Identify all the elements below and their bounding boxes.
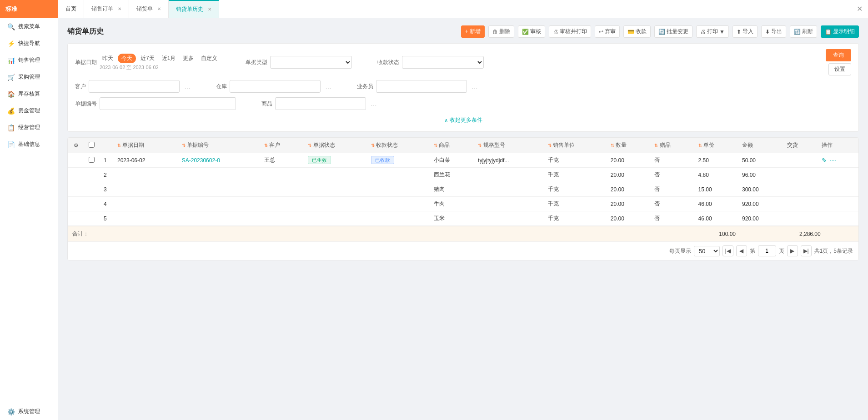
tab-sales-order-label: 销售订单: [91, 5, 113, 13]
row-doc-status: [303, 197, 366, 211]
last7-btn[interactable]: 近7天: [138, 54, 157, 63]
tab-close-sales-order[interactable]: ✕: [118, 6, 121, 11]
more-action-icon[interactable]: ⋯: [830, 157, 836, 164]
collapse-button[interactable]: ∧ 收起更多条件: [75, 115, 851, 126]
yesterday-btn[interactable]: 昨天: [100, 54, 116, 63]
tab-sales-history[interactable]: 销货单历史 ✕: [169, 0, 219, 18]
last-page-button[interactable]: ▶|: [801, 245, 812, 256]
col-gift[interactable]: ⇅ 赠品: [650, 138, 693, 153]
query-button[interactable]: 查询: [826, 49, 851, 61]
row-unit: 千克: [543, 211, 606, 226]
refresh-button[interactable]: 🔃 刷新: [790, 25, 817, 38]
sidebar-item-basic-info[interactable]: 📄 基础信息: [0, 136, 58, 153]
col-goods[interactable]: ⇅ 商品: [429, 138, 474, 153]
col-settings[interactable]: ⚙: [68, 138, 84, 153]
row-actions: [817, 211, 858, 226]
page-suffix: 页: [779, 247, 784, 255]
custom-btn[interactable]: 自定义: [198, 54, 220, 63]
customer-input[interactable]: [89, 80, 180, 93]
audit-print-button[interactable]: 🖨 审核并打印: [549, 25, 591, 38]
col-spec[interactable]: ⇅ 规格型号: [473, 138, 543, 153]
trash-icon: 🗑: [492, 29, 498, 35]
col-doc-number[interactable]: ⇅ 单据编号: [177, 138, 260, 153]
collect-button[interactable]: 💳 收款: [623, 25, 651, 38]
first-page-button[interactable]: |◀: [722, 245, 733, 256]
sidebar-item-sys-mgmt[interactable]: ⚙️ 系统管理: [0, 403, 58, 420]
next-page-button[interactable]: ▶: [787, 245, 798, 256]
row-checkbox[interactable]: [89, 157, 95, 163]
data-table: ⚙ ⇅ 单据日期 ⇅ 单据编号: [68, 138, 858, 226]
sidebar-item-search-menu[interactable]: 🔍 搜索菜单: [0, 18, 58, 35]
tab-home[interactable]: 首页: [58, 0, 84, 18]
page-size-label: 每页显示: [669, 247, 691, 255]
more-btn[interactable]: 更多: [180, 54, 196, 63]
audit-button[interactable]: ✅ 审核: [518, 25, 545, 38]
row-checkbox-cell[interactable]: [84, 153, 99, 168]
import-button[interactable]: ⬆ 导入: [733, 25, 758, 38]
print-button[interactable]: 🖨 打印 ▼: [696, 25, 729, 38]
export-button[interactable]: ⬇ 导出: [761, 25, 786, 38]
doc-number-link[interactable]: SA-20230602-0: [182, 157, 220, 164]
sidebar-item-finance[interactable]: 💰 资金管理: [0, 102, 58, 119]
col-doc-status[interactable]: ⇅ 单据状态: [303, 138, 366, 153]
sidebar-item-sales-mgmt[interactable]: 📊 销售管理: [0, 52, 58, 69]
customer-label: 客户: [75, 83, 86, 90]
doc-number-field: 单据编号: [75, 97, 236, 110]
last1m-btn[interactable]: 近1月: [159, 54, 179, 63]
col-unit[interactable]: ⇅ 销售单位: [543, 138, 606, 153]
warehouse-browse-icon[interactable]: …: [325, 83, 331, 90]
collect-status-select[interactable]: [402, 56, 484, 69]
table-card: ⚙ ⇅ 单据日期 ⇅ 单据编号: [67, 137, 859, 260]
sidebar-item-label: 经营管理: [18, 124, 40, 131]
row-checkbox-cell[interactable]: [84, 197, 99, 211]
tab-sales-order[interactable]: 销售订单 ✕: [84, 0, 129, 18]
goods-browse-icon[interactable]: …: [371, 100, 377, 107]
sidebar-item-quick-nav[interactable]: ⚡ 快捷导航: [0, 35, 58, 52]
batch-change-button[interactable]: 🔄 批量变更: [654, 25, 692, 38]
doc-number-input[interactable]: [100, 97, 236, 110]
page-size-select[interactable]: 50 100 200: [694, 246, 720, 256]
tab-close-sales-delivery[interactable]: ✕: [157, 6, 161, 11]
salesperson-browse-icon[interactable]: …: [472, 83, 478, 90]
col-qty[interactable]: ⇅ 数量: [606, 138, 650, 153]
row-qty: 20.00: [606, 153, 650, 168]
row-gift: 否: [650, 153, 693, 168]
goods-input[interactable]: [275, 97, 366, 110]
doc-icon: 📄: [7, 141, 15, 148]
warehouse-input[interactable]: [230, 80, 321, 93]
row-spec: tyjyjtyjydjdf...: [473, 153, 543, 168]
today-btn[interactable]: 今天: [118, 54, 136, 63]
row-qty: 20.00: [606, 211, 650, 226]
customer-browse-icon[interactable]: …: [184, 83, 191, 90]
row-checkbox-cell[interactable]: [84, 182, 99, 197]
tab-close-sales-history[interactable]: ✕: [208, 7, 211, 12]
col-checkbox[interactable]: [84, 138, 99, 153]
page-number-input[interactable]: [758, 245, 776, 256]
tab-close-all[interactable]: ✕: [851, 5, 868, 13]
setting-button[interactable]: 设置: [828, 63, 851, 75]
col-rownum: [99, 138, 113, 153]
col-customer[interactable]: ⇅ 客户: [260, 138, 303, 153]
sidebar-item-purchase-mgmt[interactable]: 🛒 采购管理: [0, 69, 58, 85]
new-button[interactable]: + 新增: [461, 25, 485, 38]
col-price[interactable]: ⇅ 单价: [694, 138, 738, 153]
sidebar-item-inventory[interactable]: 🏠 库存核算: [0, 85, 58, 102]
doc-type-select[interactable]: [270, 56, 352, 69]
show-detail-button[interactable]: 📋 显示明细: [821, 25, 859, 38]
col-collect-status[interactable]: ⇅ 收款状态: [366, 138, 429, 153]
sidebar: 标准 🔍 搜索菜单 ⚡ 快捷导航 📊 销售管理 🛒 采购管理 🏠 库存核算 💰 …: [0, 0, 58, 420]
delete-button[interactable]: 🗑 删除: [488, 25, 514, 38]
audit-print-icon: 🖨: [553, 29, 558, 35]
edit-icon[interactable]: ✎: [822, 157, 827, 164]
prev-page-button[interactable]: ◀: [736, 245, 747, 256]
select-all-checkbox[interactable]: [89, 142, 95, 148]
col-doc-date[interactable]: ⇅ 单据日期: [113, 138, 177, 153]
row-checkbox-cell[interactable]: [84, 168, 99, 182]
abandon-button[interactable]: ↩ 弃审: [595, 25, 620, 38]
sidebar-item-operations[interactable]: 📋 经营管理: [0, 119, 58, 136]
table-scroll[interactable]: ⚙ ⇅ 单据日期 ⇅ 单据编号: [68, 138, 858, 226]
salesperson-input[interactable]: [376, 80, 467, 93]
tab-sales-delivery[interactable]: 销货单 ✕: [129, 0, 169, 18]
row-checkbox-cell[interactable]: [84, 211, 99, 226]
col-actions: 操作: [817, 138, 858, 153]
